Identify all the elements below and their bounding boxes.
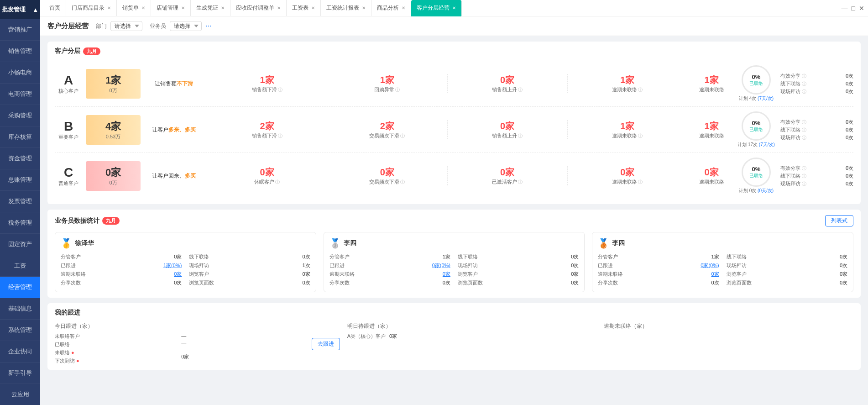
staff-stat: 分享次数 0次 — [329, 279, 450, 286]
content-body: 客户分层 九月 A 核心客户 1家 0万 让销售额不下滑 1家 销售额下滑 ⓘ … — [40, 36, 868, 405]
staff-stat: 分管客户 1家 — [329, 253, 450, 260]
tier-count-box-b: 4家 0.53万 — [86, 115, 141, 145]
staff-stat: 浏览页面数 0次 — [189, 279, 310, 286]
tab-label: 商品分析 — [377, 4, 399, 12]
close-window-icon[interactable]: ✕ — [859, 5, 864, 12]
sidebar-item-发票管理[interactable]: 发票管理 — [0, 191, 40, 212]
overdue-label: 逾期未联络（家） — [604, 322, 853, 330]
content-header: 客户分层经营 部门 请选择 业务员 请选择 ··· — [40, 16, 868, 36]
staff-header: 🥉 李四 — [598, 238, 847, 249]
metric-item: 0家 逾期未联络 ⓘ — [568, 166, 687, 185]
right-stat: 有效分享 ⓘ 0次 — [780, 73, 853, 79]
tab-close-icon[interactable]: ✕ — [452, 5, 456, 11]
goto-followup-btn-wrapper: 去跟进 — [312, 337, 340, 350]
biz-header: 业务员数据统计 九月 列表式 — [55, 215, 853, 226]
sidebar-header[interactable]: 批发管理 ▲ — [0, 0, 40, 19]
tier-action-a: 让销售额不下滑 — [144, 80, 204, 88]
sidebar: 批发管理 ▲ 营销推广销售管理小畅电商电商管理采购管理库存核算资金管理总账管理发… — [0, 0, 40, 405]
tier-label-b: B 重要客户 — [55, 119, 82, 141]
tab-close-icon[interactable]: ✕ — [311, 5, 315, 11]
dept-select[interactable]: 请选择 — [110, 21, 142, 31]
staff-stat: 浏览页面数 0次 — [727, 279, 847, 286]
sidebar-item-系统管理[interactable]: 系统管理 — [0, 320, 40, 341]
sidebar-item-税务管理[interactable]: 税务管理 — [0, 212, 40, 234]
sidebar-item-电商管理[interactable]: 电商管理 — [0, 84, 40, 105]
month-badge: 九月 — [83, 47, 100, 55]
tab-close-icon[interactable]: ✕ — [221, 5, 225, 11]
staff-stat: 浏览客户 0家 — [458, 271, 579, 278]
right-stat: 现场拜访 ⓘ 0次 — [780, 134, 853, 141]
metric-item: 0家 交易频次下滑 ⓘ — [327, 166, 447, 185]
list-view-button[interactable]: 列表式 — [825, 215, 853, 226]
sidebar-item-新手引导[interactable]: 新手引导 — [0, 363, 40, 384]
tab-首页[interactable]: 首页 — [44, 0, 66, 16]
tab-工资统计报表[interactable]: 工资统计报表✕ — [321, 0, 371, 16]
staff-filter: 业务员 请选择 ··· — [150, 21, 211, 31]
main-area: 首页门店商品目录✕销货单✕店铺管理✕生成凭证✕应收应付调整单✕工资表✕工资统计报… — [40, 0, 868, 405]
tab-客户分层经营[interactable]: 客户分层经营✕ — [411, 0, 462, 16]
sidebar-item-采购管理[interactable]: 采购管理 — [0, 105, 40, 126]
sidebar-toggle-icon[interactable]: ▲ — [32, 6, 38, 13]
dept-filter: 部门 请选择 — [96, 21, 142, 31]
staff-select[interactable]: 请选择 — [170, 21, 202, 31]
goto-followup-button[interactable]: 去跟进 — [312, 338, 340, 350]
right-stat: 现场拜访 ⓘ 0次 — [780, 180, 853, 187]
tab-label: 工资统计报表 — [326, 4, 359, 12]
tab-应收应付调整单[interactable]: 应收应付调整单✕ — [230, 0, 287, 16]
sidebar-item-库存核算[interactable]: 库存核算 — [0, 126, 40, 148]
tab-工资表[interactable]: 工资表✕ — [287, 0, 321, 16]
customer-tier-title: 客户分层 九月 — [55, 47, 853, 55]
metric-item: 0家 销售额上升 ⓘ — [448, 74, 568, 93]
sidebar-item-营销推广[interactable]: 营销推广 — [0, 19, 40, 41]
tier-right-stats-c: 有效分享 ⓘ 0次 线下联络 ⓘ 0次 现场拜访 ⓘ 0次 — [780, 165, 853, 187]
tier-metrics-c: 0家 休眠客户 ⓘ 0家 交易频次下滑 ⓘ 0家 已激活客户 ⓘ 0家 逾期未联… — [207, 166, 687, 185]
tier-circle-c: 0% 已联络 计划 0次 (0天/次) — [736, 158, 777, 194]
minimize-icon[interactable]: — — [842, 5, 848, 12]
more-filters-icon[interactable]: ··· — [205, 22, 211, 30]
tab-销货单[interactable]: 销货单✕ — [117, 0, 151, 16]
metric-item: 2家 交易频次下滑 ⓘ — [327, 120, 447, 139]
tab-close-icon[interactable]: ✕ — [277, 5, 281, 11]
tab-label: 生成凭证 — [196, 4, 218, 12]
tier-metrics-a: 1家 销售额下滑 ⓘ 1家 回购异常 ⓘ 0家 销售额上升 ⓘ 1家 逾期未联络… — [207, 74, 687, 93]
staff-stat: 浏览客户 0家 — [189, 271, 310, 278]
right-stat: 线下联络 ⓘ 0次 — [780, 126, 853, 133]
tier-label-c: C 普通客户 — [55, 165, 82, 187]
tab-close-icon[interactable]: ✕ — [107, 5, 111, 11]
sidebar-item-基础信息[interactable]: 基础信息 — [0, 298, 40, 320]
tab-close-icon[interactable]: ✕ — [362, 5, 366, 11]
metric-item: 0家 销售额上升 ⓘ — [448, 120, 568, 139]
overdue-col: 逾期未联络（家） — [604, 322, 853, 333]
staff-stat: 已跟进 1家(0%) — [61, 262, 182, 269]
sidebar-item-资金管理[interactable]: 资金管理 — [0, 148, 40, 169]
tab-商品分析[interactable]: 商品分析✕ — [371, 0, 411, 16]
tabs-bar: 首页门店商品目录✕销货单✕店铺管理✕生成凭证✕应收应付调整单✕工资表✕工资统计报… — [40, 0, 868, 16]
sidebar-item-销售管理[interactable]: 销售管理 — [0, 41, 40, 62]
tab-店铺管理[interactable]: 店铺管理✕ — [151, 0, 191, 16]
sidebar-item-小畅电商[interactable]: 小畅电商 — [0, 62, 40, 84]
tab-close-icon[interactable]: ✕ — [181, 5, 185, 11]
metric-item: 2家 销售额下滑 ⓘ — [207, 120, 327, 139]
sidebar-item-工资[interactable]: 工资 — [0, 255, 40, 277]
sidebar-item-固定资产[interactable]: 固定资产 — [0, 234, 40, 255]
sidebar-item-经营管理[interactable]: 经营管理 — [0, 277, 40, 298]
right-stat: 有效分享 ⓘ 0次 — [780, 119, 853, 126]
tab-label: 客户分层经营 — [417, 4, 450, 12]
tier-row-b: B 重要客户 4家 0.53万 让客户多来、多买 2家 销售额下滑 ⓘ 2家 交… — [55, 107, 853, 153]
customer-tier-section: 客户分层 九月 A 核心客户 1家 0万 让销售额不下滑 1家 销售额下滑 ⓘ … — [47, 42, 861, 204]
sidebar-item-云应用[interactable]: 云应用 — [0, 384, 40, 405]
staff-stat: 浏览页面数 0次 — [458, 279, 579, 286]
metric-item: 1家 销售额下滑 ⓘ — [207, 74, 327, 93]
tab-门店商品目录[interactable]: 门店商品目录✕ — [66, 0, 117, 16]
staff-header: 🥇 徐泽华 — [61, 238, 310, 249]
tabs-actions: — □ ✕ — [842, 5, 864, 12]
sidebar-item-企业协同[interactable]: 企业协同 — [0, 341, 40, 363]
tab-close-icon[interactable]: ✕ — [141, 5, 145, 11]
tab-close-icon[interactable]: ✕ — [402, 5, 405, 11]
maximize-icon[interactable]: □ — [852, 5, 855, 12]
tier-contact-a: 1家 逾期未联络 — [691, 74, 732, 93]
staff-stat: 逾期未联络 0家 — [61, 271, 182, 278]
staff-stat: 线下联络 0次 — [189, 253, 310, 260]
sidebar-item-总账管理[interactable]: 总账管理 — [0, 169, 40, 191]
tab-生成凭证[interactable]: 生成凭证✕ — [191, 0, 230, 16]
